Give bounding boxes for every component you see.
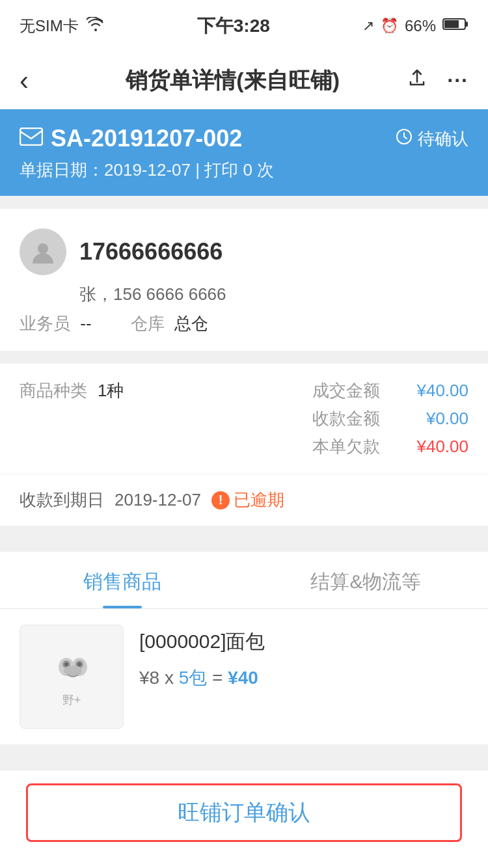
customer-name-phone: 张，156 6666 6666: [79, 283, 468, 306]
svg-rect-1: [444, 20, 459, 28]
overdue-badge: ! 已逾期: [211, 489, 284, 511]
arrears-row: 本单欠款 ¥40.00: [312, 435, 468, 458]
tabs-section: 销售商品 结算&物流等: [0, 552, 488, 744]
salesperson-label: 业务员: [20, 314, 70, 333]
product-thumbnail: 野+: [20, 625, 124, 729]
warehouse-field: 仓库 总仓: [131, 312, 208, 335]
product-info: [0000002]面包 ¥8 x 5包 = ¥40: [139, 625, 468, 690]
payment-value: ¥0.00: [390, 409, 468, 429]
order-header-card: SA-20191207-002 待确认 单据日期：2019-12-07 | 打印…: [0, 109, 488, 196]
overdue-icon: !: [211, 491, 230, 509]
amount-info: 成交金额 ¥40.00 收款金额 ¥0.00 本单欠款 ¥40.00: [312, 379, 468, 458]
battery-text: 66%: [405, 17, 436, 35]
wifi-icon: [87, 17, 105, 35]
status-time: 下午3:28: [197, 14, 270, 38]
customer-card: 17666666666 张，156 6666 6666 业务员 -- 仓库 总仓: [0, 209, 488, 351]
order-date-line: 单据日期：2019-12-07 | 打印 0 次: [20, 159, 468, 182]
overdue-text: 已逾期: [234, 489, 284, 511]
goods-type-info: 商品种类 1种: [20, 379, 124, 402]
clock-icon: [396, 128, 413, 149]
goods-type-value: 1种: [98, 379, 124, 402]
transaction-row: 成交金额 ¥40.00: [312, 379, 468, 402]
svg-rect-3: [20, 128, 42, 145]
transaction-value: ¥40.00: [390, 381, 468, 401]
order-status: 待确认: [396, 128, 468, 150]
section-divider-2: [0, 526, 488, 539]
svg-rect-2: [466, 21, 468, 27]
svg-point-5: [38, 243, 48, 254]
warehouse-label: 仓库: [131, 314, 165, 333]
nav-right-actions: ···: [407, 68, 468, 93]
svg-point-11: [77, 662, 81, 666]
location-icon: ↗: [362, 18, 374, 34]
warehouse-value: 总仓: [174, 314, 208, 333]
nav-bar: ‹ 销货单详情(来自旺铺) ···: [0, 52, 488, 109]
tabs-header: 销售商品 结算&物流等: [0, 552, 488, 609]
tab-sales-goods[interactable]: 销售商品: [0, 552, 244, 608]
order-status-text: 待确认: [418, 128, 468, 150]
carrier-text: 无SIM卡: [20, 16, 79, 36]
page-title: 销货单详情(来自旺铺): [126, 66, 340, 96]
tab-settlement[interactable]: 结算&物流等: [244, 552, 488, 608]
alarm-icon: ⏰: [381, 18, 398, 34]
order-envelope-icon: [20, 127, 43, 151]
order-id: SA-20191207-002: [51, 125, 242, 152]
product-price: ¥8: [139, 668, 159, 688]
transaction-label: 成交金额: [312, 379, 380, 402]
due-date-section: 收款到期日 2019-12-07 ! 已逾期: [0, 474, 488, 526]
confirm-order-button[interactable]: 旺铺订单确认: [26, 783, 462, 842]
due-date-label: 收款到期日: [20, 489, 104, 511]
battery-icon: [442, 17, 468, 35]
status-bar: 无SIM卡 下午3:28 ↗ ⏰ 66%: [0, 0, 488, 52]
more-button[interactable]: ···: [447, 68, 468, 92]
payment-row: 收款金额 ¥0.00: [312, 407, 468, 430]
arrears-value: ¥40.00: [390, 437, 468, 457]
payment-label: 收款金额: [312, 407, 380, 430]
amount-section: 商品种类 1种 成交金额 ¥40.00 收款金额 ¥0.00 本单欠款 ¥40.…: [0, 364, 488, 474]
product-section: 野+ [0000002]面包 ¥8 x 5包 = ¥40: [0, 609, 488, 744]
product-logo: 野+: [46, 646, 98, 708]
svg-point-12: [64, 666, 82, 676]
product-total: ¥40: [228, 668, 258, 688]
customer-meta: 业务员 -- 仓库 总仓: [20, 312, 468, 335]
product-item: 野+ [0000002]面包 ¥8 x 5包 = ¥40: [20, 625, 468, 729]
arrears-label: 本单欠款: [312, 435, 380, 458]
goods-type-label: 商品种类: [20, 379, 87, 402]
salesperson-value: --: [80, 314, 91, 333]
product-name: [0000002]面包: [139, 629, 468, 655]
back-button[interactable]: ‹: [20, 65, 59, 96]
share-icon[interactable]: [407, 68, 427, 93]
product-quantity: 5包: [179, 668, 208, 688]
svg-point-10: [64, 662, 68, 666]
status-bar-right: ↗ ⏰ 66%: [362, 17, 468, 35]
section-divider-1: [0, 351, 488, 364]
salesperson-field: 业务员 --: [20, 312, 92, 335]
avatar: [20, 228, 66, 275]
due-date-value: 2019-12-07: [115, 490, 201, 510]
status-bar-left: 无SIM卡: [20, 16, 105, 36]
customer-phone: 17666666666: [79, 238, 223, 265]
bottom-action-bar: 旺铺订单确认: [0, 770, 488, 868]
product-price-line: ¥8 x 5包 = ¥40: [139, 666, 468, 690]
